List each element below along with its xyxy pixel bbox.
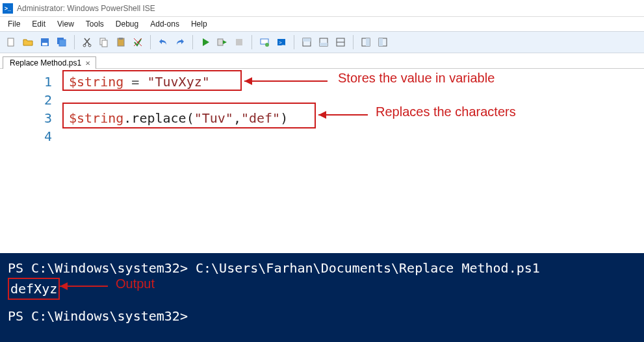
show-both-icon[interactable] xyxy=(333,35,348,49)
window-title: Administrator: Windows PowerShell ISE xyxy=(17,4,155,13)
svg-rect-18 xyxy=(303,38,311,42)
tab-label: Replace Method.ps1 xyxy=(10,58,81,67)
separator xyxy=(74,35,75,49)
svg-rect-4 xyxy=(59,40,66,46)
menu-edit[interactable]: Edit xyxy=(27,18,51,30)
output-highlight-box: defXyz xyxy=(8,278,60,300)
clear-icon[interactable] xyxy=(131,35,145,49)
script-tab[interactable]: Replace Method.ps1 ✕ xyxy=(3,56,96,69)
remote-powershell-icon[interactable]: >_ xyxy=(274,35,289,49)
new-remote-icon[interactable] xyxy=(257,35,272,49)
svg-text:>_: >_ xyxy=(279,40,285,45)
separator xyxy=(251,35,252,49)
menu-help[interactable]: Help xyxy=(186,18,213,30)
svg-marker-30 xyxy=(318,111,326,119)
console-line-3: PS C:\Windows\system32> xyxy=(8,306,636,326)
run-selection-icon[interactable] xyxy=(215,35,229,49)
separator xyxy=(294,35,294,49)
line-gutter: 1 2 3 4 xyxy=(0,69,65,253)
menubar: File Edit View Tools Debug Add-ons Help xyxy=(0,17,644,31)
svg-rect-10 xyxy=(119,38,123,40)
show-script-icon[interactable] xyxy=(300,35,314,49)
copy-icon[interactable] xyxy=(97,35,111,49)
arrow-output xyxy=(60,280,113,292)
svg-rect-0 xyxy=(8,38,14,46)
save-all-icon[interactable] xyxy=(55,35,69,49)
new-file-icon[interactable] xyxy=(4,35,18,49)
code-editor[interactable]: 1 2 3 4 $string = "TuvXyz" $string.repla… xyxy=(0,69,644,253)
svg-rect-24 xyxy=(366,38,370,46)
code-area[interactable]: $string = "TuvXyz" $string.replace("Tuv"… xyxy=(65,69,644,253)
menu-view[interactable]: View xyxy=(52,18,79,30)
show-command-icon[interactable] xyxy=(359,35,373,49)
annotation-output: Output xyxy=(116,274,155,293)
line-number: 3 xyxy=(0,109,52,127)
menu-debug[interactable]: Debug xyxy=(110,18,144,30)
menu-tools[interactable]: Tools xyxy=(81,18,109,30)
line-number: 1 xyxy=(0,73,52,91)
svg-rect-2 xyxy=(42,43,47,45)
separator xyxy=(150,35,151,49)
code-line-4 xyxy=(69,127,644,145)
line-number: 4 xyxy=(0,127,52,145)
show-command-addon-icon[interactable] xyxy=(376,35,390,49)
undo-icon[interactable] xyxy=(156,35,170,49)
toolbar: >_ xyxy=(0,31,644,53)
svg-rect-12 xyxy=(236,39,242,45)
paste-icon[interactable] xyxy=(114,35,128,49)
separator xyxy=(353,35,354,49)
line-number: 2 xyxy=(0,91,52,109)
app-icon: >_ xyxy=(3,3,13,14)
svg-rect-11 xyxy=(218,39,223,45)
separator xyxy=(192,35,193,49)
open-file-icon[interactable] xyxy=(21,35,35,49)
annotation-line1: Stores the value in variable xyxy=(338,69,495,87)
menu-file[interactable]: File xyxy=(3,18,25,30)
svg-point-14 xyxy=(265,43,269,47)
save-icon[interactable] xyxy=(38,35,52,49)
arrow-line3 xyxy=(318,109,373,122)
highlight-box-line1 xyxy=(62,70,242,91)
redo-icon[interactable] xyxy=(173,35,187,49)
svg-rect-26 xyxy=(379,38,383,46)
show-console-icon[interactable] xyxy=(316,35,331,49)
svg-rect-8 xyxy=(102,40,107,47)
titlebar: >_ Administrator: Windows PowerShell ISE xyxy=(0,0,644,17)
console-pane[interactable]: PS C:\Windows\system32> C:\Users\Farhan\… xyxy=(0,253,644,342)
svg-marker-32 xyxy=(60,282,68,290)
console-line-1: PS C:\Windows\system32> C:\Users\Farhan\… xyxy=(8,258,636,278)
annotation-line3: Replaces the characters xyxy=(376,103,516,121)
tabbar: Replace Method.ps1 ✕ xyxy=(0,53,644,69)
menu-addons[interactable]: Add-ons xyxy=(145,18,185,30)
run-icon[interactable] xyxy=(198,35,213,49)
svg-marker-28 xyxy=(244,77,252,85)
stop-icon[interactable] xyxy=(232,35,246,49)
svg-rect-20 xyxy=(320,43,328,46)
highlight-box-line3 xyxy=(62,103,316,128)
arrow-line1 xyxy=(244,75,333,88)
close-tab-icon[interactable]: ✕ xyxy=(85,60,90,67)
cut-icon[interactable] xyxy=(80,35,94,49)
